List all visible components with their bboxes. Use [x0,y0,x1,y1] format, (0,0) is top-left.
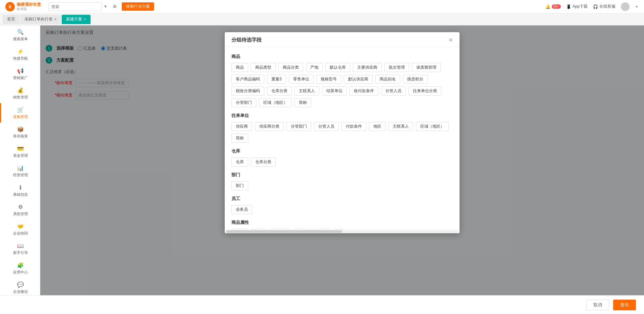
field-tag-客户商品编码[interactable]: 客户商品编码 [231,75,264,84]
modal-title: 分组待选字段 [231,37,262,43]
sidebar-item-marketing[interactable]: 📢 营销推广 [0,64,40,84]
confirm-button[interactable]: 查询 [613,300,636,310]
operations-icon: 📊 [17,165,24,171]
search-dropdown-icon[interactable]: ▼ [103,4,108,9]
field-tag-保质期管理[interactable]: 保质期管理 [412,63,441,72]
tab-purchase-exec[interactable]: 采购订单执行表 ✕ [20,15,61,24]
inventory-icon: 📦 [17,126,24,132]
sidebar-item-inventory-label: 库存核算 [13,134,28,139]
phone-icon: 📱 [566,4,571,9]
settings-icon[interactable]: ⚙ [110,2,119,11]
field-tag-供应商[interactable]: 供应商 [231,122,252,131]
sidebar-item-marketing-label: 营销推广 [13,75,28,80]
field-tag-仓库[interactable]: 仓库 [231,158,248,167]
collab-icon: 🤝 [17,223,24,230]
sidebar-item-basic[interactable]: ℹ 基础信息 [0,181,40,200]
avatar[interactable] [621,2,630,11]
field-tag-批次管理[interactable]: 批次管理 [384,63,409,72]
field-tag-分管人员[interactable]: 分管人员 [381,86,406,96]
field-tag-结算单位[interactable]: 结算单位 [322,86,347,96]
sidebar-item-collab-label: 企业协同 [13,231,28,236]
field-tag-默认仓库[interactable]: 默认仓库 [325,63,350,72]
hscroll-thumb[interactable] [226,230,342,233]
field-tag-主要供应商[interactable]: 主要供应商 [353,63,382,72]
field-tag-简称[interactable]: 简称 [294,98,311,107]
field-tag-区域（地区）[interactable]: 区域（地区） [416,122,449,131]
sidebar-item-search[interactable]: 🔍 搜索菜单 [0,25,40,45]
field-tag-拣货积分[interactable]: 拣货积分 [403,75,428,84]
system-icon: ⚙ [18,204,23,210]
field-tag-分管人员[interactable]: 分管人员 [314,122,339,131]
field-tag-商品分类[interactable]: 商品分类 [278,63,303,72]
section-title-商品属性: 商品属性 [231,219,453,226]
online-service-label: 在线客服 [599,4,615,9]
sidebar-item-finance[interactable]: 💳 资金管理 [0,142,40,162]
field-tag-规格型号[interactable]: 规格型号 [316,75,341,84]
field-tag-往来单位分类[interactable]: 往来单位分类 [409,86,441,96]
tab-purchase-exec-close[interactable]: ✕ [54,17,57,21]
field-tag-零售单位[interactable]: 零售单位 [289,75,314,84]
field-tag-付款条件[interactable]: 付款条件 [341,122,366,131]
sidebar-item-purchase-label: 采购管理 [13,114,28,119]
field-tag-分管部门[interactable]: 分管部门 [231,98,256,107]
field-tag-仓库分类[interactable]: 仓库分类 [251,158,276,167]
sidebar-item-sales-label: 销售管理 [13,95,28,100]
tab-new-plan[interactable]: 新建方案 ✕ [62,15,91,24]
search-input[interactable] [48,2,102,11]
sidebar-item-quick[interactable]: ⚡ 快捷导航 [0,45,40,64]
sidebar-item-guide-label: 新手引导 [13,250,28,255]
trial-button[interactable]: 体验行业方案 [122,2,154,11]
online-service-item[interactable]: 🎧 在线客服 [593,4,615,9]
field-tag-产地[interactable]: 产地 [306,63,323,72]
field-tag-税收分类编码[interactable]: 税收分类编码 [231,86,264,96]
sidebar-item-operations[interactable]: 📊 经营管理 [0,162,40,181]
field-tag-地区[interactable]: 地区 [369,122,386,131]
field-tag-重量3[interactable]: 重量3 [267,75,286,84]
modal-header: 分组待选字段 ✕ [225,32,460,47]
tab-home[interactable]: 首页 [3,15,19,24]
section-title-商品: 商品 [231,54,453,60]
app-download-item[interactable]: 📱 App下载 [566,4,588,9]
sidebar-item-wechat-label: 企业微信 [13,289,28,294]
hscroll-track [226,230,458,233]
sidebar-item-quick-label: 快捷导航 [13,56,28,61]
field-tag-商品别名[interactable]: 商品别名 [375,75,400,84]
cancel-button[interactable]: 取消 [586,300,609,310]
sidebar-item-sales[interactable]: 💰 销售管理 [0,84,40,103]
field-tag-简称[interactable]: 简称 [231,134,248,143]
modal-close-button[interactable]: ✕ [448,37,453,43]
field-tag-主联系人[interactable]: 主联系人 [388,122,413,131]
field-tag-部门[interactable]: 部门 [231,181,248,190]
sidebar-item-inventory[interactable]: 📦 库存核算 [0,123,40,142]
sidebar-item-purchase[interactable]: 🛒 采购管理 [0,103,40,123]
sidebar-item-guide[interactable]: 📖 新手引导 [0,239,40,259]
sidebar-item-system[interactable]: ⚙ 系统管理 [0,200,40,220]
modal-overlay: 分组待选字段 ✕ 商品商品商品类型商品分类产地默认仓库主要供应商批次管理保质期管… [40,25,644,314]
field-tag-商品[interactable]: 商品 [231,63,248,72]
field-tag-商品类型[interactable]: 商品类型 [251,63,276,72]
field-group-商品: 商品商品类型商品分类产地默认仓库主要供应商批次管理保质期管理客户商品编码重量3零… [231,63,453,107]
sidebar-item-wechat[interactable]: 💬 企业微信 [0,278,40,298]
tab-purchase-exec-label: 采购订单执行表 [24,16,53,22]
field-tag-业务员[interactable]: 业务员 [231,205,252,214]
field-tag-分管部门[interactable]: 分管部门 [286,122,311,131]
field-tag-区域（地区）[interactable]: 区域（地区） [259,98,292,107]
section-title-仓库: 仓库 [231,148,453,154]
sidebar-item-apps[interactable]: 🧩 应用中心 [0,259,40,278]
user-menu-arrow[interactable]: ▼ [635,5,639,9]
top-bar-right: 🔔 99+ 📱 App下载 🎧 在线客服 ▼ [545,2,639,11]
field-tag-仓库分类[interactable]: 仓库分类 [267,86,292,96]
field-tag-供应商分类[interactable]: 供应商分类 [255,122,284,131]
top-search: ▼ [48,2,108,11]
sidebar-item-collab[interactable]: 🤝 企业协同 [0,220,40,239]
field-tag-主联系人[interactable]: 主联系人 [294,86,319,96]
notification-item[interactable]: 🔔 99+ [545,4,561,9]
section-title-员工: 员工 [231,196,453,202]
bell-icon: 🔔 [545,4,550,9]
logo-subtitle: 畅捷通好生意 [17,2,41,7]
purchase-icon: 🛒 [17,107,24,113]
field-tag-收付款条件[interactable]: 收付款条件 [350,86,378,96]
tab-new-plan-close[interactable]: ✕ [84,17,86,21]
guide-icon: 📖 [17,243,24,249]
field-tag-默认供应商[interactable]: 默认供应商 [344,75,373,84]
